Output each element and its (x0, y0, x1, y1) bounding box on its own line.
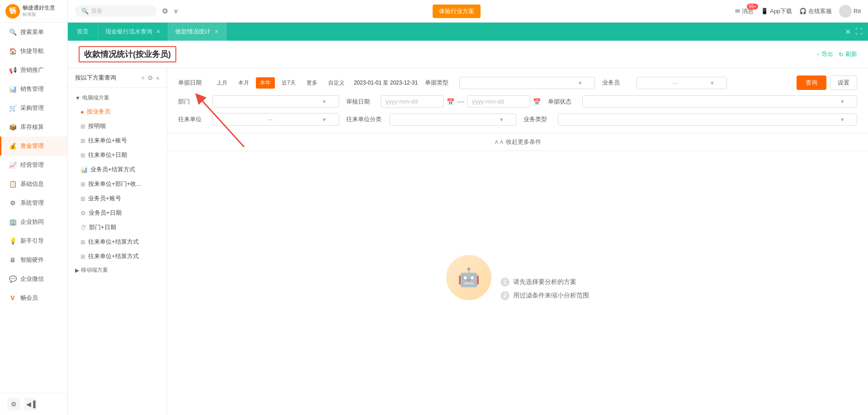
scheme-item-salesperson-account[interactable]: ⊞ 业务员+账号 (68, 191, 167, 206)
counterpart-class-chevron: ▾ (500, 116, 503, 123)
scheme-item-partner-settle2[interactable]: ⊞ 往来单位+结算方式 (68, 249, 167, 264)
date-label: 单据日期 (178, 79, 205, 87)
scheme-item-salesperson-settle[interactable]: 📊 业务员+结算方式 (68, 162, 167, 177)
partner-settle2-icon: ⊞ (80, 253, 85, 260)
dept-select[interactable]: ▾ (212, 95, 339, 108)
sidebar-item-enterprise[interactable]: 🏢 企业协同 (0, 212, 67, 231)
scheme-item-partner-settle1[interactable]: ⊞ 往来单位+结算方式 (68, 235, 167, 249)
shortcut-this-month[interactable]: 本月 (234, 77, 253, 89)
base-info-icon: 📋 (9, 180, 17, 188)
search-menu-icon: 🔍 (9, 28, 17, 36)
message-icon: ✉ (735, 8, 740, 14)
tab-bank-flow[interactable]: 现金银行流水查询 ✕ (98, 23, 168, 41)
scheme-item-dept-date[interactable]: ⏱ 部门+日期 (68, 220, 167, 235)
sidebar-item-system[interactable]: ⚙ 系统管理 (0, 193, 67, 212)
wechat-icon: 💬 (9, 275, 17, 283)
sidebar-item-search-menu[interactable]: 🔍 搜索菜单 (0, 23, 67, 42)
sidebar-item-label: 销售管理 (20, 85, 44, 93)
tab-home[interactable]: 首页 (68, 23, 98, 41)
scheme-item-salesperson-date[interactable]: ⚙ 业务员+日期 (68, 206, 167, 220)
salesperson-select[interactable]: ··· ▾ (637, 77, 727, 89)
shortcut-custom[interactable]: 自定义 (324, 77, 349, 89)
panel-add-icon[interactable]: + (141, 74, 145, 81)
scheme-group-mobile[interactable]: ▶ 移动端方案 (68, 264, 167, 277)
shortcut-this-year[interactable]: 本年 (256, 77, 275, 89)
panel-collapse-icon[interactable]: « (156, 74, 160, 81)
sidebar-item-member[interactable]: V 畅会员 (0, 288, 67, 307)
tab-receipt-stat[interactable]: 收款情况统计 ✕ (168, 23, 226, 41)
doc-type-chevron: ▾ (579, 80, 582, 86)
counterpart-select[interactable]: ··· ▾ (212, 113, 339, 126)
scheme-item-partner-account[interactable]: ⊞ 往来单位+账号 (68, 133, 167, 148)
sidebar-settings-button[interactable]: ⚙ (7, 398, 20, 410)
tab-receipt-stat-close[interactable]: ✕ (214, 28, 219, 35)
collapse-text: 收起更多条件 (506, 138, 541, 145)
dept-date-icon: ⏱ (80, 224, 86, 231)
online-service-button[interactable]: 🎧 在线客服 (799, 7, 832, 15)
shortcut-more[interactable]: 更多 (302, 77, 321, 89)
refresh-button[interactable]: ↻ 刷新 (839, 50, 857, 58)
topbar-settings-icon[interactable]: ⚙ (162, 7, 168, 15)
audit-end-cal-icon[interactable]: 📅 (533, 98, 541, 105)
guide-icon: 💡 (9, 237, 17, 245)
counterpart-class-select[interactable]: ▾ (390, 113, 516, 126)
trial-btn[interactable]: 体验行业方案 (433, 5, 481, 18)
page-actions: ↑ 导出 ↻ 刷新 (817, 50, 858, 58)
page-header: 收款情况统计(按业务员) ↑ 导出 ↻ 刷新 (68, 41, 868, 68)
audit-end-input[interactable]: yyyy-mm-dd (467, 95, 530, 108)
sidebar-item-quick-nav[interactable]: 🏠 快捷导航 (0, 42, 67, 61)
sidebar-item-label: 采购管理 (20, 104, 44, 112)
query-button[interactable]: 查询 (797, 75, 826, 90)
sidebar-nav: 🔍 搜索菜单 🏠 快捷导航 📢 营销推广 📊 销售管理 🛒 采购管理 📦 库存核… (0, 23, 67, 393)
biz-type-select[interactable]: ▾ (558, 113, 857, 126)
logo: 畅 畅捷通好生意 标准版 (0, 0, 67, 23)
sidebar-item-base-info[interactable]: 📋 基础信息 (0, 174, 67, 193)
collapse-icon: ∧∧ (494, 138, 506, 145)
doc-status-chevron: ▾ (841, 98, 844, 105)
tab-fullscreen-icon[interactable]: ⛶ (855, 28, 863, 36)
scheme-item-by-mingxi[interactable]: ⊞ 按明细 (68, 119, 167, 133)
page-title-box: 收款情况统计(按业务员) (79, 46, 176, 62)
scheme-item-by-salesperson[interactable]: ● 按业务员 (68, 104, 167, 119)
topbar-search-box[interactable]: 🔍 搜索 (75, 5, 156, 17)
sidebar-item-purchase[interactable]: 🛒 采购管理 (0, 99, 67, 118)
app-download-button[interactable]: 📱 App下载 (761, 7, 792, 15)
settings-button[interactable]: 设置 (830, 75, 857, 90)
shortcut-7days[interactable]: 近7天 (278, 77, 300, 89)
scheme-item-partner-date[interactable]: ⊞ 往来单位+日期 (68, 148, 167, 162)
sidebar-item-smart-hw[interactable]: 🖥 智能硬件 (0, 250, 67, 269)
tab-close-all-icon[interactable]: ✕ (845, 28, 851, 36)
audit-start-cal-icon[interactable]: 📅 (447, 98, 454, 105)
salesperson-scheme-icon: ● (80, 108, 84, 115)
sidebar-item-marketing[interactable]: 📢 营销推广 (0, 61, 67, 80)
export-button[interactable]: ↑ 导出 (817, 50, 834, 58)
logo-text: 畅捷通好生意 (23, 5, 55, 12)
doc-status-select[interactable]: ▾ (582, 95, 857, 108)
sidebar-item-label: 资金管理 (20, 142, 44, 150)
sidebar-item-wechat[interactable]: 💬 企业微信 (0, 269, 67, 288)
panel-settings-icon[interactable]: ⚙ (147, 74, 153, 81)
scheme-item-by-partner-dept[interactable]: ⊞ 按来单位+部门+收... (68, 177, 167, 191)
sidebar-collapse-button[interactable]: ◀▐ (24, 398, 37, 410)
user-avatar[interactable]: Rit (839, 5, 861, 18)
scheme-item-label: 业务员+账号 (88, 194, 121, 203)
audit-start-input[interactable]: yyyy-mm-dd (381, 95, 444, 108)
collapse-more-btn[interactable]: ∧∧ 收起更多条件 (167, 133, 868, 151)
doc-type-select[interactable]: ▾ (459, 77, 595, 89)
sidebar-item-inventory[interactable]: 📦 库存核算 (0, 118, 67, 137)
tab-bank-flow-close[interactable]: ✕ (156, 28, 160, 35)
shortcut-last-month[interactable]: 上月 (212, 77, 231, 89)
sidebar-item-capital[interactable]: 💰 资金管理 (0, 137, 67, 156)
group-label-mobile: 移动端方案 (81, 266, 108, 274)
counterpart-dots[interactable]: ··· (268, 116, 273, 123)
scheme-group-desktop[interactable]: ▼ 电脑端方案 (68, 91, 167, 104)
avatar-img (839, 5, 852, 18)
message-button[interactable]: ✉ 消息 99+ (735, 7, 754, 15)
salesperson-date-icon: ⚙ (80, 210, 86, 217)
sidebar-item-operation[interactable]: 📈 经营管理 (0, 156, 67, 174)
sidebar-item-sales[interactable]: 📊 销售管理 (0, 80, 67, 99)
right-main: 单据日期 上月 本月 本年 近7天 更多 自定义 2023-01-01 至 20… (167, 68, 868, 415)
export-icon: ↑ (817, 51, 820, 58)
sidebar-item-guide[interactable]: 💡 新手引导 (0, 231, 67, 250)
salesperson-ellipsis[interactable]: ··· (673, 80, 678, 86)
